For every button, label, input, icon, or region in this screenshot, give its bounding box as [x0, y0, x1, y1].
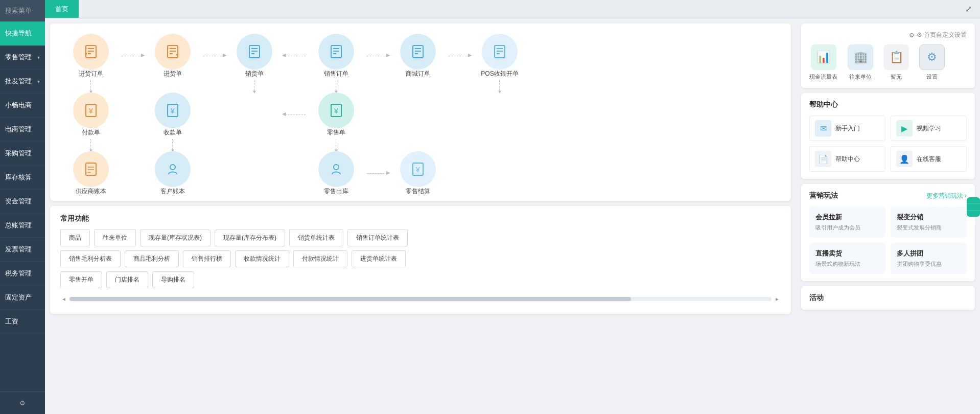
svg-point-35	[334, 165, 339, 170]
func-btn-receipt-stat[interactable]: 收款情况统计	[235, 250, 289, 267]
sidebar-item-payroll[interactable]: 工资	[0, 310, 45, 334]
arrow-5-6	[449, 56, 469, 57]
sidebar-item-invoice[interactable]: 发票管理	[0, 238, 45, 262]
fission-desc: 裂变式发展分销商	[897, 224, 961, 232]
scroll-right-arrow[interactable]: ▸	[774, 295, 781, 303]
func-row-1: 商品 往来单位 现存量(库存状况表) 现存量(库存分布表) 销货单统计表 销售订…	[60, 229, 781, 246]
help-title: 帮助中心	[809, 100, 967, 109]
quick-none[interactable]: 📋 暂无	[883, 44, 909, 81]
none-icon: 📋	[883, 44, 909, 70]
flow-node-mall-order[interactable]: 商城订单	[387, 34, 449, 78]
sidebar-item-retail[interactable]: 零售管理 ▾	[0, 45, 45, 70]
flow-node-purchase-order[interactable]: 进货订单	[60, 34, 122, 78]
quick-contacts[interactable]: 🏢 往来单位	[848, 44, 873, 81]
flow-node-pos[interactable]: POS收银开单	[469, 34, 530, 78]
help-item-service[interactable]: 👤 在线客服	[891, 146, 967, 172]
svg-text:¥: ¥	[334, 107, 338, 115]
func-btn-store-rank[interactable]: 门店排名	[106, 271, 148, 288]
svg-text:¥: ¥	[415, 166, 420, 174]
service-icon: 👤	[896, 151, 913, 167]
svg-text:¥: ¥	[88, 107, 93, 115]
flow-node-purchase[interactable]: 进货单	[142, 34, 203, 78]
payment-icon: ¥	[73, 93, 109, 128]
func-btn-goods[interactable]: 商品	[60, 229, 90, 246]
marketing-item-group[interactable]: 多人拼团 拼团购物享受优惠	[891, 243, 967, 274]
quick-cashflow[interactable]: 📊 现金流量表	[809, 44, 837, 81]
func-btn-purchase-stat[interactable]: 进货单统计表	[352, 250, 406, 267]
flow-node-retail-out[interactable]: 零售出库	[306, 151, 367, 196]
func-btn-contacts[interactable]: 往来单位	[94, 229, 136, 246]
sidebar-item-inventory[interactable]: 库存核算	[0, 166, 45, 190]
sidebar-item-ledger[interactable]: 总账管理	[0, 214, 45, 238]
fission-title: 裂变分销	[897, 213, 961, 222]
payment-label: 付款单	[82, 128, 100, 137]
scroll-thumb	[69, 297, 631, 301]
help-item-help[interactable]: 📄 帮助中心	[809, 146, 885, 172]
topbar-right: ⤢	[965, 4, 980, 14]
flow-node-retail-settle[interactable]: ¥ 零售结算	[387, 151, 449, 196]
flow-node-supplier-ledger[interactable]: 供应商账本	[60, 151, 122, 196]
tab-home[interactable]: 首页	[45, 0, 79, 18]
marketing-more[interactable]: 更多营销玩法 ›	[926, 192, 967, 200]
sidebar-item-purchase[interactable]: 采购管理	[0, 142, 45, 166]
home-settings[interactable]: ⚙ ⚙ 首页自定义设置	[809, 31, 967, 39]
flow-node-receipt[interactable]: ¥ 收款单	[142, 93, 203, 137]
func-btn-stock2[interactable]: 现存量(库存分布表)	[215, 229, 285, 246]
sidebar-item-tax[interactable]: 税务管理	[0, 262, 45, 286]
quick-settings[interactable]: ⚙ 设置	[919, 44, 945, 81]
sidebar-item-ecommerce-small[interactable]: 小畅电商	[0, 94, 45, 118]
func-btn-sales-order-stat[interactable]: 销售订单统计表	[347, 229, 408, 246]
func-btn-sales-profit[interactable]: 销售毛利分析表	[60, 250, 121, 267]
retail-settle-icon: ¥	[400, 151, 436, 187]
flow-node-sales-order[interactable]: 销售订单	[306, 34, 367, 78]
sidebar-item-ecommerce[interactable]: 电商管理	[0, 118, 45, 142]
scroll-left-arrow[interactable]: ◂	[60, 295, 67, 303]
flow-row-1: 进货订单 进货单	[60, 34, 781, 78]
marketing-title: 营销玩法	[809, 191, 838, 200]
flow-card: 进货订单 进货单	[50, 24, 791, 201]
retail-out-label: 零售出库	[324, 187, 348, 196]
float-btn-service[interactable]: 客服热线	[967, 197, 980, 204]
func-btn-payment-stat[interactable]: 付款情况统计	[293, 250, 347, 267]
help-icon: 📄	[815, 151, 831, 167]
beginner-label: 新手入门	[835, 124, 860, 133]
func-btn-sales-stat[interactable]: 销货单统计表	[289, 229, 343, 246]
fullscreen-button[interactable]: ⤢	[965, 4, 972, 14]
v-connectors-1	[60, 80, 781, 90]
func-btn-goods-profit[interactable]: 商品毛利分析	[125, 250, 179, 267]
flow-row-2: ¥ 付款单 ¥ 收款单	[60, 93, 781, 137]
help-item-beginner[interactable]: ✉ 新手入门	[809, 116, 885, 141]
marketing-item-member[interactable]: 会员拉新 吸引用户成为会员	[809, 206, 885, 238]
marketing-card: 营销玩法 更多营销玩法 › 会员拉新 吸引用户成为会员 裂变分销 裂变式发展分销…	[801, 184, 975, 281]
cashflow-label: 现金流量表	[809, 73, 837, 81]
marketing-item-live[interactable]: 直播卖货 场景式购物新玩法	[809, 243, 885, 274]
marketing-grid: 会员拉新 吸引用户成为会员 裂变分销 裂变式发展分销商 直播卖货 场景式购物新玩…	[809, 206, 967, 274]
help-label: 帮助中心	[835, 155, 860, 164]
sidebar-item-fixed-assets[interactable]: 固定资产	[0, 286, 45, 310]
search-menu[interactable]: 搜索菜单	[0, 0, 45, 21]
help-item-video[interactable]: ▶ 视频学习	[891, 116, 967, 141]
scroll-track[interactable]	[69, 297, 772, 301]
sidebar-item-wholesale[interactable]: 批发管理 ▾	[0, 70, 45, 94]
func-btn-sales-rank[interactable]: 销售排行榜	[183, 250, 231, 267]
right-panel: ⚙ ⚙ 首页自定义设置 📊 现金流量表 🏢 往来单位 📋 暂无	[796, 18, 980, 414]
sales-order-label: 销售订单	[324, 70, 348, 78]
gear-icon: ⚙	[909, 32, 915, 39]
func-btn-retail-order[interactable]: 零售开单	[60, 271, 102, 288]
arrow-retail-settle	[367, 173, 387, 174]
marketing-item-fission[interactable]: 裂变分销 裂变式发展分销商	[891, 206, 967, 238]
sidebar-item-finance[interactable]: 资金管理	[0, 190, 45, 214]
func-btn-stock1[interactable]: 现存量(库存状况表)	[140, 229, 211, 246]
func-btn-guide-rank[interactable]: 导购排名	[152, 271, 194, 288]
flow-node-payment[interactable]: ¥ 付款单	[60, 93, 122, 137]
main-area: 首页 ⤢ 进货订单	[45, 0, 980, 414]
settings-label: 设置	[926, 73, 938, 81]
sidebar-item-quick-nav[interactable]: 快捷导航	[0, 21, 45, 45]
float-btn-community[interactable]: 服务社区	[967, 204, 980, 211]
live-title: 直播卖货	[815, 249, 879, 258]
flow-node-sales[interactable]: 销货单	[224, 34, 285, 78]
float-btn-desktop[interactable]: 桌面快捷	[967, 211, 980, 217]
flow-node-customer-ledger[interactable]: 客户账本	[142, 151, 203, 196]
sidebar-settings[interactable]: ⚙	[0, 392, 45, 414]
flow-node-retail[interactable]: ¥ 零售单	[306, 93, 367, 137]
